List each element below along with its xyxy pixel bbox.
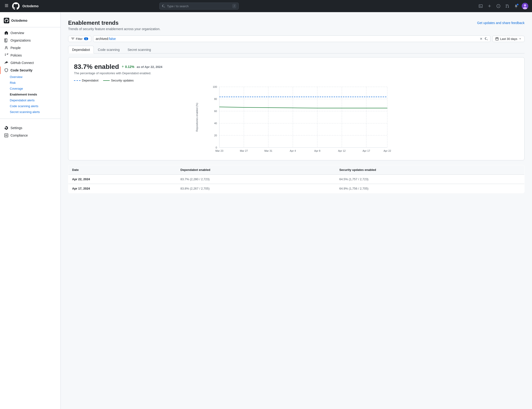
row-date-1: Apr 17, 2024	[68, 184, 177, 193]
tab-dependabot[interactable]: Dependabot	[68, 46, 94, 54]
svg-text:Mar 23: Mar 23	[215, 149, 223, 152]
sidebar-org-name: Octodemo	[11, 19, 27, 22]
legend-dependabot: Dependabot	[74, 79, 99, 82]
svg-text:40: 40	[214, 122, 217, 125]
col-security: Security updates enabled	[336, 165, 524, 175]
sidebar-sub-dependabot-alerts[interactable]: Dependabot alerts	[0, 97, 60, 103]
svg-point-1	[524, 4, 526, 7]
sidebar-people-label: People	[10, 46, 21, 50]
sidebar-sub-coverage[interactable]: Coverage	[0, 86, 60, 92]
change-value: 0.12%	[125, 65, 134, 69]
search-filter-icon	[485, 37, 488, 40]
page-header: Enablement trends Trends of security fea…	[68, 20, 524, 31]
sidebar-item-compliance[interactable]: Compliance	[0, 132, 60, 139]
sidebar-code-security-label: Code Security	[10, 68, 32, 72]
terminal-button[interactable]	[477, 3, 484, 9]
sidebar: Octodemo Overview Organizations People	[0, 12, 61, 409]
svg-text:Repositories enabled (%): Repositories enabled (%)	[195, 103, 198, 132]
table-row: Apr 22, 2024 83.7% (2,280 / 2,723) 64.5%…	[68, 175, 524, 184]
svg-text:0: 0	[216, 146, 217, 149]
legend-dependabot-label: Dependabot	[82, 79, 99, 82]
page-title: Enablement trends	[68, 20, 161, 26]
table-row: Apr 17, 2024 83.8% (2,267 / 2,705) 64.9%…	[68, 184, 524, 193]
search-bar[interactable]: Type / to search /	[159, 3, 239, 9]
row-security-1: 64.9% (1,756 / 2,705)	[336, 184, 524, 193]
dashed-line-indicator	[74, 80, 81, 81]
home-icon	[4, 31, 8, 35]
arrow-up-icon	[121, 65, 124, 68]
svg-text:100: 100	[213, 85, 217, 88]
sidebar-organizations-label: Organizations	[10, 38, 31, 42]
sidebar-sub-enablement-trends: Enablement trends	[0, 92, 60, 97]
col-date: Date	[68, 165, 177, 175]
sidebar-sub-secret-scanning-alerts[interactable]: Secret scanning alerts	[0, 109, 60, 115]
tab-secret-scanning[interactable]: Secret scanning	[124, 46, 155, 54]
chart-card: 83.7% enabled 0.12% as of Apr 22, 2024 T…	[68, 57, 524, 160]
sidebar-settings-label: Settings	[10, 126, 22, 130]
plug-icon	[4, 61, 8, 65]
sidebar-compliance-label: Compliance	[10, 133, 28, 137]
svg-text:Apr 4: Apr 4	[290, 149, 296, 152]
notifications-button[interactable]	[513, 3, 519, 9]
svg-text:Apr 22: Apr 22	[384, 149, 391, 152]
row-security-0: 64.5% (1,757 / 2,723)	[336, 175, 524, 184]
svg-text:Mar 27: Mar 27	[240, 149, 248, 152]
gear-icon	[4, 126, 8, 130]
org-name-label: Octodemo	[22, 4, 38, 8]
sidebar-sub-code-scanning-alerts[interactable]: Code scanning alerts	[0, 103, 60, 109]
feedback-link[interactable]: Get updates and share feedback	[477, 21, 524, 25]
stat-date: as of Apr 22, 2024	[137, 65, 162, 69]
filter-icon	[71, 37, 74, 40]
svg-text:Apr 8: Apr 8	[314, 149, 320, 152]
pull-requests-button[interactable]	[504, 3, 511, 9]
sidebar-item-organizations[interactable]: Organizations	[0, 37, 60, 44]
stat-value: 83.7% enabled	[74, 63, 119, 71]
sidebar-github-connect-label: GitHub Connect	[10, 61, 34, 65]
sidebar-item-people[interactable]: People	[0, 44, 60, 52]
search-filter-button[interactable]	[485, 37, 488, 40]
chart-description: The percentage of repositories with Depe…	[74, 71, 519, 75]
person-icon	[4, 46, 8, 50]
data-table: Date Dependabot enabled Security updates…	[68, 165, 524, 193]
sidebar-sub-overview[interactable]: Overview	[0, 74, 60, 80]
avatar[interactable]	[522, 3, 528, 9]
filter-button[interactable]: Filter 1	[68, 36, 91, 42]
svg-text:60: 60	[214, 110, 217, 112]
chart-area: .grid-line { stroke: #d0d7de; stroke-wid…	[74, 84, 519, 155]
sidebar-item-overview[interactable]: Overview	[0, 29, 60, 37]
calendar-icon	[495, 37, 499, 40]
sidebar-item-github-connect[interactable]: GitHub Connect	[0, 59, 60, 66]
scale-icon	[4, 54, 8, 57]
filter-input-wrap[interactable]: archived:false	[93, 36, 490, 42]
date-range-label: Last 30 days	[500, 37, 517, 41]
issues-button[interactable]	[495, 3, 502, 9]
row-dependabot-0: 83.7% (2,280 / 2,723)	[177, 175, 336, 184]
filter-bar: Filter 1 archived:false Last 30 days	[68, 36, 524, 42]
search-icon	[162, 4, 165, 8]
sidebar-item-code-security[interactable]: Code Security	[0, 66, 60, 74]
sidebar-sub-risk[interactable]: Risk	[0, 80, 60, 86]
tab-code-scanning[interactable]: Code scanning	[94, 46, 123, 54]
github-logo-icon	[12, 2, 20, 10]
search-kbd: /	[232, 4, 236, 8]
org-icon	[4, 38, 8, 42]
col-dependabot: Dependabot enabled	[177, 165, 336, 175]
main-content: Enablement trends Trends of security fea…	[61, 12, 532, 409]
org-avatar	[4, 18, 9, 23]
compliance-icon	[4, 133, 8, 137]
sidebar-item-settings[interactable]: Settings	[0, 124, 60, 132]
sidebar-item-policies[interactable]: Policies	[0, 52, 60, 59]
new-button[interactable]	[486, 3, 493, 9]
svg-text:20: 20	[214, 134, 217, 137]
chevron-down-icon	[519, 37, 522, 40]
chart-legend: Dependabot Security updates	[74, 79, 519, 82]
date-range-button[interactable]: Last 30 days	[492, 36, 524, 42]
filter-count-badge: 1	[84, 37, 88, 40]
close-icon	[479, 37, 483, 40]
clear-filter-button[interactable]	[479, 37, 483, 40]
hamburger-button[interactable]	[4, 3, 9, 9]
shield-icon	[4, 68, 8, 72]
chart-stat: 83.7% enabled 0.12% as of Apr 22, 2024	[74, 63, 519, 71]
tabs: Dependabot Code scanning Secret scanning	[68, 46, 524, 54]
row-date-0: Apr 22, 2024	[68, 175, 177, 184]
